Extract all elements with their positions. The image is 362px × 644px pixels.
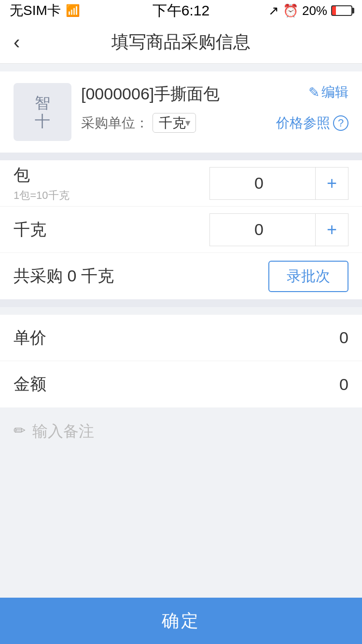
product-top-row: [0000006]手撕面包 ✎ 编辑: [81, 83, 348, 105]
bao-label-group: 包 1包=10千克: [14, 164, 71, 203]
unit-label: 采购单位：: [81, 114, 149, 132]
remark-icon: ✏: [14, 422, 26, 439]
edit-label: 编辑: [321, 83, 348, 101]
unit-select[interactable]: 千克: [153, 113, 196, 133]
battery-icon: [331, 5, 352, 16]
status-left: 无SIM卡 📶: [10, 1, 80, 20]
wifi-icon: 📶: [66, 4, 80, 17]
edit-icon: ✎: [308, 84, 320, 100]
edit-button[interactable]: ✎ 编辑: [308, 83, 348, 101]
unit-select-wrapper[interactable]: 千克: [153, 113, 196, 133]
status-time: 下午6:12: [153, 1, 209, 21]
carrier-text: 无SIM卡: [10, 1, 61, 20]
price-label: 单价: [14, 327, 46, 349]
summary-text: 共采购 0 千克: [14, 265, 114, 287]
price-value: 0: [339, 328, 348, 347]
bao-input-right: +: [209, 167, 348, 200]
kg-input-right: +: [209, 213, 348, 246]
product-name: [0000006]手撕面包: [81, 83, 220, 105]
remark-section[interactable]: ✏ 输入备注: [0, 407, 362, 475]
bao-sub-label: 1包=10千克: [14, 188, 71, 203]
price-row: 单价 0: [0, 315, 362, 361]
product-unit-row: 采购单位： 千克 价格参照 ?: [81, 113, 348, 133]
product-card: 智 十 [0000006]手撕面包 ✎ 编辑 采购单位： 千克: [0, 71, 362, 153]
battery-percent: 20%: [302, 3, 327, 18]
kg-quantity-input[interactable]: [209, 213, 316, 246]
input-section: 包 1包=10千克 + 千克 +: [0, 160, 362, 253]
product-logo: 智 十: [35, 94, 50, 131]
price-ref-label: 价格参照: [276, 114, 330, 132]
section-divider-1: [0, 153, 362, 160]
page-title: 填写商品采购信息: [111, 30, 251, 54]
product-info: [0000006]手撕面包 ✎ 编辑 采购单位： 千克 价格参照: [81, 83, 348, 133]
record-batch-button[interactable]: 录批次: [268, 261, 348, 292]
kg-label: 千克: [14, 219, 71, 241]
bao-label: 包: [14, 164, 71, 186]
info-section: 单价 0 金额 0: [0, 315, 362, 407]
alarm-icon: ⏰: [283, 3, 298, 18]
bao-input-row: 包 1包=10千克 +: [0, 160, 362, 207]
status-right: ↗ ⏰ 20%: [268, 3, 352, 18]
kg-label-group: 千克: [14, 219, 71, 241]
section-divider-2: [0, 299, 362, 307]
amount-row: 金额 0: [0, 361, 362, 407]
summary-row: 共采购 0 千克 录批次: [0, 253, 362, 299]
price-ref-help-icon: ?: [333, 115, 348, 131]
nav-bar: ‹ 填写商品采购信息: [0, 21, 362, 64]
status-bar: 无SIM卡 📶 下午6:12 ↗ ⏰ 20%: [0, 0, 362, 21]
kg-input-row: 千克 +: [0, 207, 362, 253]
remark-input[interactable]: 输入备注: [32, 421, 94, 442]
location-icon: ↗: [268, 3, 279, 18]
confirm-button[interactable]: 确定: [0, 598, 362, 644]
confirm-button-wrapper: 确定: [0, 598, 362, 644]
back-button[interactable]: ‹: [14, 31, 20, 53]
bao-quantity-input[interactable]: [209, 167, 316, 200]
amount-label: 金额: [14, 373, 46, 395]
price-ref-button[interactable]: 价格参照 ?: [276, 114, 348, 132]
bao-plus-button[interactable]: +: [316, 167, 348, 200]
product-image: 智 十: [14, 83, 71, 141]
kg-plus-button[interactable]: +: [316, 213, 348, 246]
amount-value: 0: [339, 375, 348, 394]
